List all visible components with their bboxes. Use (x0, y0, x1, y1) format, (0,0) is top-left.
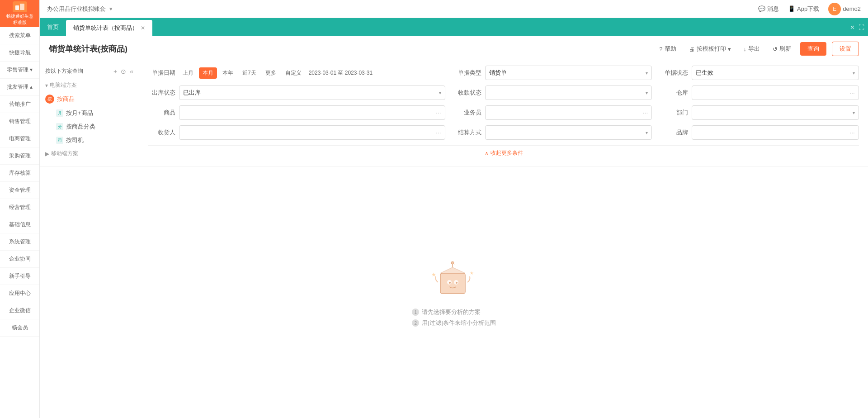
help-btn[interactable]: ? 帮助 (656, 43, 679, 55)
recipient-field: 收货人 ··· (148, 125, 445, 140)
sidebar-item-wholesale[interactable]: 批发管理 ▴ (0, 79, 39, 96)
main-area: 办公用品行业模拟账套 ▾ 💬 消息 📱 App下载 E demo2 首页 (40, 0, 868, 418)
template-print-label: 按模板打印 (697, 45, 726, 53)
out-status-field: 出库状态 已出库 ▾ (148, 86, 445, 100)
sub-label-driver: 按司机 (66, 136, 84, 144)
user-area[interactable]: E demo2 (828, 3, 861, 15)
sidebar-item-search[interactable]: 搜索菜单 (0, 27, 39, 44)
sidebar-item-wechat[interactable]: 企业微信 (0, 302, 39, 319)
doc-status-select[interactable]: 已生效 ▾ (692, 66, 859, 80)
scheme-label: 按商品 (57, 95, 75, 103)
scheme-by-driver[interactable]: 司 按司机 (40, 133, 139, 147)
export-btn[interactable]: ↓ 导出 (740, 43, 764, 55)
settings-scheme-btn[interactable]: ⊙ (121, 68, 126, 75)
payment-status-select[interactable]: ▾ (485, 86, 652, 100)
product-label: 商品 (148, 109, 175, 117)
sidebar-item-sales[interactable]: 销售管理 (0, 113, 39, 130)
tip-num-1: 1 (412, 309, 419, 316)
sidebar: 畅捷通好生意 标准版 搜索菜单 快捷导航 零售管理 ▾ 批发管理 ▴ 营销推广 … (0, 0, 40, 418)
sidebar-item-retail[interactable]: 零售管理 ▾ (0, 62, 39, 79)
date-tab-7days[interactable]: 近7天 (239, 67, 260, 79)
filter-row-4: 收货人 ··· 结算方式 ▾ 品牌 (148, 125, 859, 140)
brand-dots-icon[interactable]: ··· (849, 129, 855, 136)
recipient-dots-icon[interactable]: ··· (436, 129, 441, 136)
sidebar-item-quick[interactable]: 快捷导航 (0, 44, 39, 62)
workspace-label: 办公用品行业模拟账套 (47, 5, 106, 13)
recipient-label: 收货人 (148, 128, 175, 137)
scheme-by-month-product[interactable]: 月 按月+商品 (40, 106, 139, 120)
sidebar-item-operation[interactable]: 经营管理 (0, 199, 39, 216)
date-tab-this-year[interactable]: 本年 (219, 67, 237, 79)
sidebar-item-system[interactable]: 系统管理 (0, 233, 39, 251)
out-status-select[interactable]: 已出库 ▾ (179, 86, 445, 100)
query-btn[interactable]: 查询 (800, 42, 826, 56)
date-tab-more[interactable]: 更多 (262, 67, 280, 79)
tab-close-icon[interactable]: ✕ (141, 25, 145, 31)
sidebar-item-finance[interactable]: 资金管理 (0, 182, 39, 199)
svg-point-7 (456, 282, 458, 284)
department-select[interactable]: ▾ (692, 105, 859, 120)
refresh-btn[interactable]: ↺ 刷新 (769, 43, 795, 55)
sidebar-item-purchase[interactable]: 采购管理 (0, 147, 39, 165)
date-tab-this-month[interactable]: 本月 (199, 67, 217, 79)
sidebar-item-marketing[interactable]: 营销推广 (0, 96, 39, 113)
product-input[interactable]: ··· (179, 105, 445, 120)
tab-report-label: 销货单统计表（按商品） (73, 24, 138, 32)
settlement-select[interactable]: ▾ (485, 125, 652, 140)
doc-type-value: 销货单 (489, 69, 507, 77)
svg-rect-0 (15, 5, 19, 10)
close-window-icon[interactable]: ✕ (850, 24, 855, 31)
print-icon: 🖨 (689, 46, 695, 52)
salesperson-input[interactable]: ··· (485, 105, 652, 120)
sidebar-item-enterprise[interactable]: 企业协同 (0, 251, 39, 268)
panel-header: 按以下方案查询 + ⊙ « (40, 66, 139, 79)
product-dots-icon[interactable]: ··· (436, 109, 441, 116)
scheme-by-category[interactable]: 分 按商品分类 (40, 120, 139, 133)
collapse-icon: ∧ (485, 150, 489, 157)
sub-label-month: 按月+商品 (66, 109, 93, 117)
date-label: 单据日期 (148, 69, 175, 77)
sidebar-item-member[interactable]: 畅会员 (0, 319, 39, 337)
doc-status-label: 单据状态 (661, 69, 688, 77)
payment-status-field: 收款状态 ▾ (445, 86, 652, 100)
date-field: 单据日期 上月 本月 本年 近7天 更多 自定义 2023-03-01 至 20… (148, 67, 445, 79)
recipient-input[interactable]: ··· (179, 125, 445, 140)
tip-text-2: 用[过滤]条件来缩小分析范围 (422, 319, 495, 327)
sidebar-item-basic[interactable]: 基础信息 (0, 216, 39, 233)
help-label: 帮助 (665, 45, 676, 53)
brand-input[interactable]: ··· (692, 125, 859, 140)
salesperson-dots-icon[interactable]: ··· (643, 109, 648, 116)
settings-btn[interactable]: 设置 (832, 42, 859, 56)
tab-home[interactable]: 首页 (40, 18, 66, 36)
template-print-btn[interactable]: 🖨 按模板打印 ▾ (685, 43, 735, 55)
collapse-panel-btn[interactable]: « (130, 68, 133, 75)
sidebar-item-inventory[interactable]: 库存核算 (0, 165, 39, 182)
scheme-by-product[interactable]: 按 按商品 (40, 92, 139, 106)
add-scheme-btn[interactable]: + (113, 68, 117, 75)
doc-type-select[interactable]: 销货单 ▾ (485, 66, 652, 80)
empty-tip-2: 2 用[过滤]条件来缩小分析范围 (412, 319, 495, 327)
mobile-expand-icon: ▶ (45, 151, 49, 157)
workspace-dropdown-icon[interactable]: ▾ (109, 5, 113, 12)
filter-row-3: 商品 ··· 业务员 ··· 部门 (148, 105, 859, 120)
tab-report[interactable]: 销货单统计表（按商品） ✕ (66, 20, 152, 36)
doc-type-field: 单据类型 销货单 ▾ (445, 66, 652, 80)
warehouse-dots-icon[interactable]: ··· (849, 89, 855, 96)
maximize-icon[interactable]: ⛶ (859, 24, 864, 31)
empty-tips: 1 请先选择要分析的方案 2 用[过滤]条件来缩小分析范围 (412, 308, 495, 327)
date-tab-custom[interactable]: 自定义 (282, 67, 305, 79)
tab-bar: 首页 销货单统计表（按商品） ✕ ✕ ⛶ (40, 18, 868, 36)
sidebar-item-appcenter[interactable]: 应用中心 (0, 285, 39, 302)
warehouse-input[interactable]: ··· (692, 86, 859, 100)
message-btn[interactable]: 💬 消息 (758, 5, 779, 13)
svg-text:★: ★ (470, 271, 474, 276)
sidebar-item-ecom[interactable]: 电商管理 (0, 130, 39, 147)
refresh-icon: ↺ (773, 46, 778, 52)
left-panel: 按以下方案查询 + ⊙ « ▾ 电脑端方案 按 按商品 月 (40, 60, 139, 166)
collapse-btn[interactable]: ∧ 收起更多条件 (148, 145, 859, 161)
app-download-btn[interactable]: 📱 App下载 (788, 5, 819, 13)
date-range: 2023-03-01 至 2023-03-31 (309, 69, 373, 77)
date-tab-last-month[interactable]: 上月 (179, 67, 197, 79)
sidebar-item-newbie[interactable]: 新手引导 (0, 268, 39, 285)
app-download-label: App下载 (797, 5, 819, 13)
